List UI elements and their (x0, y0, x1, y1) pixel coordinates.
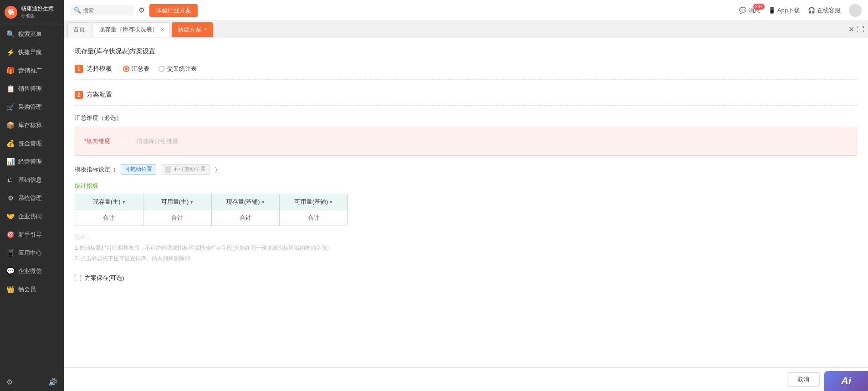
messages-item[interactable]: 💬 消息 99+ (739, 6, 760, 15)
sidebar-item-purchase[interactable]: 🛒 采购管理 (0, 98, 64, 116)
stats-table: 现存量(主) ▾ 可用量(主) ▾ 现存量(基辅) ▾ 可用量(基辅) (75, 194, 348, 226)
tips-title: 提示： (75, 233, 857, 241)
stats-col-1[interactable]: 现存量(主) ▾ (75, 194, 143, 210)
basic-info-icon: 🗂 (6, 176, 15, 184)
tab-inventory-status-close[interactable]: × (161, 26, 164, 33)
stats-table-body-row: 合计 合计 合计 合计 (75, 210, 347, 226)
tab-new-scheme-label: 新建方案 (178, 26, 201, 34)
search-input[interactable] (83, 7, 128, 14)
settings-footer-icon[interactable]: ⚙ (6, 378, 13, 386)
topbar-right: 💬 消息 99+ 📱 App下载 🎧 在线客服 (739, 4, 862, 17)
app-center-icon: 📱 (6, 249, 15, 257)
stats-col-3[interactable]: 现存量(基辅) ▾ (212, 194, 280, 210)
tab-home[interactable]: 首页 (67, 22, 91, 37)
tip-item-1: 1.拖动标题栏可以调整布局，不可跨维度或指标区域拖动栏目字段(只能在同一维度或指… (75, 244, 857, 252)
page-title: 现存量(库存状况表)方案设置 (75, 47, 857, 56)
sidebar-item-sales[interactable]: 📋 销售管理 (0, 80, 64, 98)
step1-badge: 1 (75, 65, 83, 73)
tabbar-right: ✕ ⛶ (848, 25, 864, 34)
stats-section-header: 统计指标 (75, 182, 857, 190)
app-download-item[interactable]: 📱 App下载 (768, 6, 800, 15)
stats-col-2[interactable]: 可用量(主) ▾ (143, 194, 212, 210)
stats-cell-4: 合计 (280, 210, 347, 226)
content-inner: 现存量(库存状况表)方案设置 1 选择模板 汇总表 交叉统计表 (64, 38, 868, 391)
non-draggable-label: 不可拖动位置 (173, 165, 206, 173)
sidebar-item-label: 基础信息 (18, 176, 42, 184)
sidebar-item-search-menu[interactable]: 🔍 搜索菜单 (0, 25, 64, 43)
sidebar-logo: 畅 畅康通好生意 标准版 (0, 0, 64, 25)
radio-crosstab[interactable]: 交叉统计表 (158, 65, 197, 73)
indicator-label-text: 模板指标设定（ (75, 165, 116, 174)
marketing-icon: 🎁 (6, 67, 15, 75)
sidebar-item-inventory[interactable]: 📦 库存核算 (0, 116, 64, 134)
step2-section: 2 方案配置 汇总维度（必选） *纵向维度 —— 请选择分组维度 模板 (75, 91, 857, 263)
sidebar-menu: 🔍 搜索菜单 ⚡ 快捷导航 🎁 营销推广 📋 销售管理 🛒 采购管理 📦 库存核… (0, 25, 64, 373)
search-icon: 🔍 (74, 7, 81, 14)
radio-summary[interactable]: 汇总表 (123, 65, 149, 73)
chevron-down-icon-4: ▾ (330, 199, 332, 205)
sidebar-item-label: 畅会员 (18, 285, 36, 293)
sales-icon: 📋 (6, 85, 15, 93)
topbar-search-box[interactable]: 🔍 (70, 5, 134, 15)
sidebar-item-operations[interactable]: 📊 经营管理 (0, 153, 64, 171)
stats-cell-2: 合计 (143, 210, 212, 226)
radio-crosstab-label: 交叉统计表 (167, 65, 197, 73)
finance-icon: 💰 (6, 139, 15, 148)
sidebar-item-basic-info[interactable]: 🗂 基础信息 (0, 171, 64, 189)
online-support-item[interactable]: 🎧 在线客服 (808, 6, 841, 15)
ai-badge-label: Ai (841, 375, 851, 387)
stats-col-4[interactable]: 可用量(基辅) ▾ (280, 194, 347, 210)
sidebar-item-app-center[interactable]: 📱 应用中心 (0, 244, 64, 262)
app-download-label: App下载 (777, 6, 800, 15)
headset-icon: 🎧 (808, 7, 815, 14)
step2-badge: 2 (75, 91, 83, 99)
cancel-button[interactable]: 取消 (787, 372, 820, 387)
tab-inventory-status[interactable]: 现存量（库存状况表） × (93, 22, 170, 37)
radio-summary-label: 汇总表 (132, 65, 149, 73)
stats-cell-3: 合计 (212, 210, 280, 226)
sidebar-item-label: 经营管理 (18, 158, 42, 166)
dimension-area: *纵向维度 —— 请选择分组维度 (75, 127, 857, 156)
enterprise-icon: 🤝 (6, 212, 15, 221)
tab-inventory-status-label: 现存量（库存状况表） (99, 26, 158, 34)
sidebar-item-quick-nav[interactable]: ⚡ 快捷导航 (0, 43, 64, 62)
main-area: 🔍 ⚙ 体验行业方案 💬 消息 99+ 📱 App下载 🎧 在线客服 首页 (64, 0, 868, 391)
tab-new-scheme[interactable]: 新建方案 × (172, 22, 213, 37)
dim-required-label: *纵向维度 (84, 137, 110, 145)
sidebar-item-marketing[interactable]: 🎁 营销推广 (0, 62, 64, 80)
trial-button[interactable]: 体验行业方案 (149, 4, 198, 17)
stats-col-1-label: 现存量(主) (93, 198, 121, 206)
member-icon: 👑 (6, 285, 15, 293)
topbar-settings-icon[interactable]: ⚙ (138, 6, 145, 15)
sidebar-item-wechat[interactable]: 💬 企业微信 (0, 262, 64, 280)
sidebar-item-system[interactable]: ⚙ 系统管理 (0, 189, 64, 207)
ai-badge[interactable]: Ai (824, 371, 868, 391)
indicator-label-row: 模板指标设定（ 可拖动位置 不可拖动位置 ） (75, 164, 857, 175)
tab-new-scheme-close[interactable]: × (204, 26, 207, 33)
bottom-bar: 取消 查询 (64, 367, 868, 391)
sidebar-item-member[interactable]: 👑 畅会员 (0, 280, 64, 298)
radio-crosstab-dot (158, 66, 165, 72)
sidebar-item-enterprise[interactable]: 🤝 企业协同 (0, 207, 64, 226)
step2-divider (75, 105, 857, 106)
dim-separator: —— (117, 138, 129, 145)
radio-summary-dot (123, 66, 129, 72)
sidebar-item-label: 营销推广 (18, 67, 42, 75)
sidebar-item-label: 企业协同 (18, 212, 42, 221)
app-name: 畅康通好生意 (21, 5, 54, 13)
sidebar-item-newbie[interactable]: 🎯 新手引导 (0, 226, 64, 244)
tab-expand-button[interactable]: ⛶ (857, 26, 864, 34)
dim-placeholder[interactable]: 请选择分组维度 (137, 137, 178, 145)
inventory-icon: 📦 (6, 121, 15, 129)
audio-footer-icon[interactable]: 🔊 (48, 378, 57, 386)
non-draggable-badge: 不可拖动位置 (161, 164, 210, 175)
chevron-down-icon-2: ▾ (190, 199, 193, 205)
avatar[interactable] (849, 4, 862, 17)
save-checkbox[interactable] (75, 275, 81, 281)
tab-close-button[interactable]: ✕ (848, 25, 854, 34)
sidebar: 畅 畅康通好生意 标准版 🔍 搜索菜单 ⚡ 快捷导航 🎁 营销推广 📋 销售管理… (0, 0, 64, 391)
page-content: 现存量(库存状况表)方案设置 1 选择模板 汇总表 交叉统计表 (64, 38, 868, 391)
sidebar-item-label: 新手引导 (18, 231, 42, 239)
sidebar-item-finance[interactable]: 💰 资金管理 (0, 134, 64, 153)
quick-nav-icon: ⚡ (6, 48, 15, 57)
